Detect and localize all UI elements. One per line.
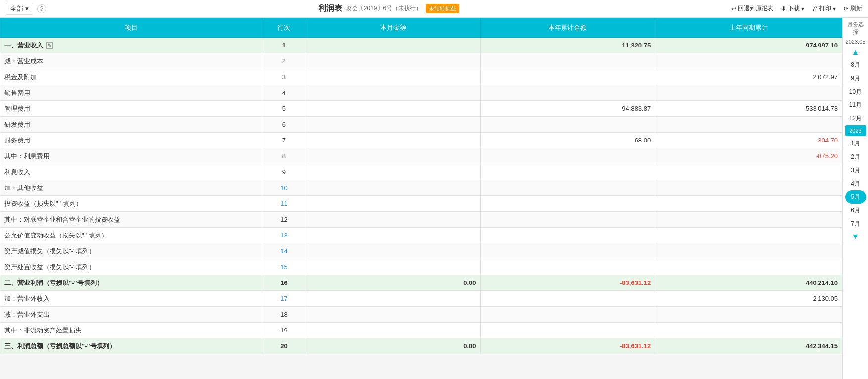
header-row: 行次 [262,18,306,38]
cell-month [306,53,481,69]
table-area: 项目 行次 本月金额 本年累计金额 上年同期累计 一、营业收入111,320.7… [0,18,842,379]
month-item[interactable]: 4月 [845,177,866,190]
scope-chevron: ▾ [25,5,29,12]
cell-month [306,117,481,133]
print-icon: 🖨 [812,5,818,12]
cell-row-num: 3 [262,69,306,85]
cell-month [306,38,481,53]
cell-lastyear [655,196,842,212]
cell-row-num: 13 [262,228,306,243]
cell-lastyear: -304.70 [655,133,842,148]
cell-item: 利息收入 [0,164,262,180]
cell-lastyear: 440,214.10 [655,275,842,291]
cell-row-num: 19 [262,323,306,338]
cell-item: 其中：对联营企业和合营企业的投资收益 [0,212,262,228]
btn-print[interactable]: 🖨 打印 ▾ [812,4,836,13]
edit-icon[interactable] [46,42,53,49]
cell-month [306,85,481,101]
month-item[interactable]: 2月 [845,150,866,164]
sidebar-year-label: 2023.05 [844,38,868,46]
table-row: 一、营业收入111,320.75974,997.10 [0,38,842,53]
cell-lastyear [655,180,842,196]
cell-row-num: 10 [262,180,306,196]
sidebar-month-label: 月份选择 [843,20,868,37]
cell-lastyear [655,228,842,243]
btn-back[interactable]: ↩ 回退到原报表 [731,4,773,13]
cell-item: 税金及附加 [0,69,262,85]
cell-item: 其中：非流动资产处置损失 [0,323,262,338]
table-row: 资产处置收益（损失以"-"填列）15 [0,259,842,275]
btn-download[interactable]: ⬇ 下载 ▾ [781,4,804,13]
cell-year [480,259,655,275]
sidebar-down-icon[interactable]: ▼ [850,231,862,242]
month-item[interactable]: 7月 [845,217,866,231]
month-item[interactable]: 3月 [845,164,866,177]
month-item[interactable]: 12月 [845,112,866,125]
month-item[interactable]: 11月 [845,98,866,112]
cell-year [480,85,655,101]
table-row: 其中：非流动资产处置损失19 [0,323,842,338]
month-item[interactable]: 10月 [845,85,866,98]
download-chevron: ▾ [801,5,804,12]
header-lastyear: 上年同期累计 [655,18,842,38]
cell-lastyear: -875.20 [655,148,842,164]
page-subtitle: 财会〔2019〕6号（未执行） [346,4,422,13]
cell-month [306,180,481,196]
print-chevron: ▾ [833,5,836,12]
cell-row-num: 16 [262,275,306,291]
cell-lastyear [655,307,842,323]
month-item[interactable]: 6月 [845,204,866,217]
page-title: 利润表 [318,3,342,14]
cell-lastyear [655,259,842,275]
month-item[interactable]: 5月 [845,190,866,204]
cell-month [306,196,481,212]
cell-item: 一、营业收入 [0,38,262,53]
cell-month: 0.00 [306,338,481,354]
btn-refresh[interactable]: ⟳ 刷新 [844,4,862,13]
cell-month [306,101,481,117]
cell-row-num: 8 [262,148,306,164]
cell-year [480,148,655,164]
refresh-icon: ⟳ [844,5,849,12]
cell-month [306,164,481,180]
cell-item: 加：其他收益 [0,180,262,196]
cell-year [480,196,655,212]
cell-row-num: 5 [262,101,306,117]
cell-row-num: 17 [262,291,306,307]
cell-month [306,243,481,259]
top-bar: 全部 ▾ ? 利润表 财会〔2019〕6号（未执行） 未结转损益 ↩ 回退到原报… [0,0,868,18]
sidebar-up-icon[interactable]: ▲ [850,47,862,58]
cell-year [480,164,655,180]
cell-lastyear [655,117,842,133]
cell-item: 其中：利息费用 [0,148,262,164]
table-row: 资产减值损失（损失以"-"填列）14 [0,243,842,259]
cell-row-num: 15 [262,259,306,275]
table-row: 二、营业利润（亏损以"-"号填列）160.00-83,631.12440,214… [0,275,842,291]
help-icon[interactable]: ? [37,4,46,13]
month-item[interactable]: 8月 [845,58,866,72]
cell-year [480,69,655,85]
table-row: 公允价值变动收益（损失以"-"填列）13 [0,228,842,243]
cell-lastyear [655,243,842,259]
cell-item: 研发费用 [0,117,262,133]
cell-year [480,117,655,133]
scope-label: 全部 [10,4,23,13]
main-layout: 项目 行次 本月金额 本年累计金额 上年同期累计 一、营业收入111,320.7… [0,18,868,379]
header-year: 本年累计金额 [480,18,655,38]
cell-item: 资产处置收益（损失以"-"填列） [0,259,262,275]
table-row: 其中：利息费用8-875.20 [0,148,842,164]
cell-lastyear [655,53,842,69]
cell-year: 11,320.75 [480,38,655,53]
cell-row-num: 20 [262,338,306,354]
cell-year: -83,631.12 [480,338,655,354]
cell-month: 0.00 [306,275,481,291]
month-item[interactable]: 1月 [845,137,866,150]
month-item[interactable]: 9月 [845,72,866,85]
scope-selector[interactable]: 全部 ▾ [6,3,33,15]
cell-year: 68.00 [480,133,655,148]
cell-item: 财务费用 [0,133,262,148]
month-item[interactable]: 2023 [845,125,866,136]
cell-row-num: 11 [262,196,306,212]
table-row: 减：营业成本2 [0,53,842,69]
cell-row-num: 7 [262,133,306,148]
